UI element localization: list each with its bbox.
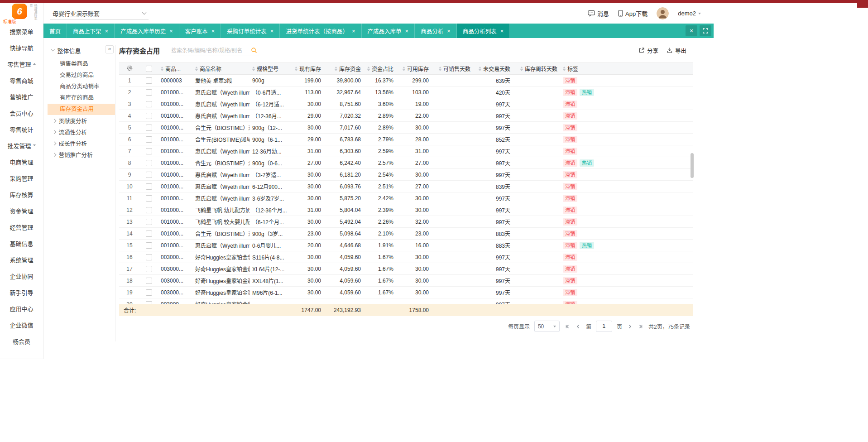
column-header[interactable]: 未交易天数 [473,65,513,72]
row-checkbox[interactable] [146,219,152,225]
row-checkbox[interactable] [146,195,152,202]
sidebar-item[interactable]: 零售商城 [0,72,43,88]
row-checkbox[interactable] [146,207,152,213]
table-row[interactable]: 13001000...飞鹤星飞帆 较大婴儿配方奶（6-12个月...30.005… [119,216,693,228]
share-button[interactable]: 分享 [638,46,658,55]
sort-icon[interactable] [252,67,255,71]
tree-group[interactable]: 贡献度分析 [48,115,115,126]
avatar[interactable] [657,7,669,19]
tree-item[interactable]: 商品分类动销率 [48,81,115,92]
column-header[interactable]: 规格型号 [249,65,289,72]
app-download-button[interactable]: App下载 [618,9,647,18]
messages-button[interactable]: 消息 [588,9,609,18]
tree-section-overview[interactable]: 整体信息 [48,45,115,56]
table-row[interactable]: 18003000...好奇Huggies皇家铂金装纸拉裤XXL48片(1...3… [119,275,693,287]
select-all-checkbox[interactable] [146,66,152,72]
table-row[interactable]: 4001000...惠氏启赋（Wyeth illuma）（12-36月...29… [119,110,693,122]
sort-icon[interactable] [479,67,481,71]
column-header[interactable]: 库存周转天数 [513,65,560,72]
row-checkbox[interactable] [146,278,152,284]
tree-item[interactable]: 库存资金占用 [48,104,115,115]
tab[interactable]: 首页 [43,24,67,38]
sort-icon[interactable] [295,67,297,71]
page-size-select[interactable]: 50 [534,321,560,332]
next-page-button[interactable] [627,323,633,330]
sidebar-item[interactable]: 应用中心 [0,300,43,317]
sidebar-item[interactable]: 经营管理 [0,219,43,235]
tab-close-icon[interactable]: × [270,28,274,34]
sidebar-item[interactable]: 基础信息 [0,235,43,251]
tab-active[interactable]: 商品分析列表× [457,24,510,38]
tab-close-icon[interactable]: × [211,28,215,34]
table-row[interactable]: 5001000...合生元（BIOSTIME）派星幼900g（12-...30.… [119,122,693,134]
table-row[interactable]: 7001000...惠氏启赋（Wyeth illuma）12-36月幼...31… [119,145,693,157]
table-row[interactable]: 3001000...惠氏启赋（Wyeth illuma）（6-12月适...30… [119,98,693,110]
collapse-panel-button[interactable]: « [106,45,114,53]
sort-icon[interactable] [367,67,370,71]
sidebar-item[interactable]: 批发管理 [0,137,43,154]
table-row[interactable]: 9001000...惠氏启赋（Wyeth illuma）（3-7岁适...30.… [119,169,693,181]
tab-close-icon[interactable]: × [352,28,355,34]
column-header[interactable]: 库存资金 [324,65,364,72]
tab-close-icon[interactable]: × [405,28,409,34]
table-row[interactable]: 2001000...惠氏启赋（Wyeth illuma）（0-6月适...113… [119,86,693,98]
table-row[interactable]: 6001000...合生元(BIOSTIME)派星较大900g（6-1...29… [119,134,693,145]
sort-icon[interactable] [520,67,523,71]
column-settings[interactable] [119,65,140,73]
row-checkbox[interactable] [146,183,152,190]
first-page-button[interactable] [564,323,571,330]
sidebar-item[interactable]: 畅会员 [0,333,43,349]
row-checkbox[interactable] [146,231,152,237]
tree-group[interactable]: 流通性分析 [48,126,115,138]
tab[interactable]: 商品上下架× [67,24,115,38]
last-page-button[interactable] [638,323,644,330]
table-row[interactable]: 14001000...合生元（BIOSTIME）派星3900g（3岁...23.… [119,228,693,240]
row-checkbox[interactable] [146,254,152,260]
tab-close-icon[interactable]: × [500,28,504,34]
row-checkbox[interactable] [146,125,152,131]
table-row[interactable]: 15001000...惠氏启赋（Wyeth illuma）0-6月婴儿...20… [119,240,693,251]
table-row[interactable]: 12001000...飞鹤星飞帆 幼儿配方奶粉 3（12-36个月...31.0… [119,204,693,216]
tab[interactable]: 进货单统计表（按商品）× [280,24,361,38]
sidebar-item[interactable]: 电商管理 [0,154,43,170]
column-header[interactable]: 可用库存 [396,65,432,72]
row-checkbox[interactable] [146,113,152,119]
table-row[interactable]: 16003000...好奇Huggies皇家铂金装纸尿裤S116片(4-8...… [119,251,693,263]
export-button[interactable]: 导出 [667,46,686,55]
top-right-red-tab[interactable] [857,0,868,8]
row-checkbox[interactable] [146,148,152,154]
sidebar-item[interactable]: 系统管理 [0,251,43,268]
row-checkbox[interactable] [146,266,152,272]
row-checkbox[interactable] [146,242,152,249]
close-all-tabs-button[interactable]: × [686,25,697,36]
sidebar-item[interactable]: 采购管理 [0,170,43,186]
column-header[interactable]: 标签 [560,65,693,72]
account-selector[interactable]: 母婴行业演示账套 [50,7,149,20]
sort-icon[interactable] [403,67,405,71]
table-row[interactable]: 8001000...合生元（BIOSTIME）派星3900g（0-6...27.… [119,157,693,169]
search-icon[interactable] [251,47,257,53]
tab[interactable]: 采购订单统计表× [221,24,280,38]
sort-icon[interactable] [335,67,337,71]
tree-group[interactable]: 营销推广分析 [48,149,115,160]
sidebar-item[interactable]: 会员中心 [0,105,43,121]
sidebar-item[interactable]: 企业微信 [0,317,43,333]
table-row[interactable]: 19003000...好奇Huggies皇家铂金装纸尿裤M96片(6-1...3… [119,287,693,298]
table-row[interactable]: 17003000...好奇Huggies皇家铂金装纸尿裤XL64片(12-...… [119,263,693,275]
sidebar-item[interactable]: 零售统计 [0,121,43,137]
tree-item[interactable]: 交易过的商品 [48,70,115,81]
row-checkbox[interactable] [146,301,152,304]
user-menu[interactable]: demo2 [678,10,701,17]
tree-item[interactable]: 有库存的商品 [48,92,115,104]
search-input[interactable]: 搜索条码/编码/名称/规格/别名 [170,44,259,56]
sort-icon[interactable] [195,67,198,71]
sidebar-item[interactable]: 资金管理 [0,202,43,219]
table-row[interactable]: 20003000...好奇Huggies皇家铂金装纸尿裤997天滞销 [119,298,693,304]
tab[interactable]: 客户账本× [179,24,221,38]
sidebar-item[interactable]: 新手引导 [0,284,43,300]
prev-page-button[interactable] [575,323,581,330]
column-header[interactable]: 资金占比 [364,65,396,72]
row-checkbox[interactable] [146,89,152,96]
table-scrollbar[interactable] [691,153,694,178]
column-header[interactable]: 现有库存 [289,65,324,72]
